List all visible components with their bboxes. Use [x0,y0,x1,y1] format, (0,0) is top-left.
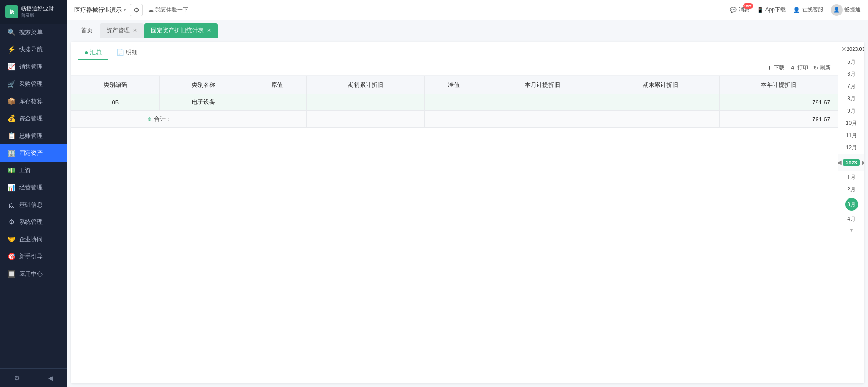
tab-home[interactable]: 首页 [74,23,99,38]
tab-depreciation[interactable]: 固定资产折旧统计表 ✕ [144,23,218,38]
month-item-8[interactable]: 8月 [838,93,864,105]
sidebar-item-inventory[interactable]: 📦 库存核算 [0,93,67,110]
user-label: 畅捷通 [844,6,861,14]
sub-tab-detail-label: 明细 [126,48,138,56]
sidebar-item-salary[interactable]: 💵 工资 [0,162,67,179]
sidebar-item-label: 快捷导航 [19,45,43,54]
download-button[interactable]: ⬇ 下载 [767,64,784,72]
total-month-depr [483,111,601,128]
toolbar: ⬇ 下载 🖨 打印 ↻ 刷新 [71,60,838,76]
sidebar-scroll: 🔍 搜索菜单 ⚡ 快捷导航 📈 销售管理 🛒 采购管理 📦 库存核算 💰 资金管… [0,24,67,368]
sidebar-settings-button[interactable]: ⚙ [12,372,22,383]
message-icon: 💬 [730,7,737,13]
service-icon: 👤 [793,7,800,13]
table-row: 05 电子设备 791.67 [71,94,838,111]
year-next-button[interactable]: ▶ [861,159,864,167]
table-wrap: 类别编码 类别名称 原值 期初累计折旧 净值 本月计提折旧 期末累计折旧 本年计… [71,76,838,383]
sidebar-item-basic[interactable]: 🗂 基础信息 [0,196,67,213]
year-row: ◀ 2023 ▶ [840,156,863,169]
col-header-begin-accum: 期初累计折旧 [306,76,424,94]
month-item-12[interactable]: 12月 [838,142,864,154]
sub-tab-summary[interactable]: ● 汇总 [78,45,108,60]
sidebar-item-finance[interactable]: 💰 资金管理 [0,110,67,127]
avatar: 👤 [831,4,843,16]
year-2023-label: ◀ 2023 ▶ [838,154,864,171]
sidebar-item-label: 总账管理 [19,132,43,140]
sidebar-item-system[interactable]: ⚙ 系统管理 [0,213,67,231]
try-experience-button[interactable]: ☁ 我要体验一下 [148,6,188,14]
sidebar-collapse-button[interactable]: ◀ [46,372,55,383]
company-selector[interactable]: 医疗器械行业演示 ▾ [74,6,126,14]
message-button[interactable]: 💬 消息 99+ [730,6,749,14]
sidebar-item-label: 企业协同 [19,235,43,243]
month-item-11[interactable]: 11月 [838,129,864,142]
month-item-down-arrow[interactable]: ▼ [838,225,864,235]
total-net [425,111,483,128]
sidebar-item-collab[interactable]: 🤝 企业协同 [0,231,67,248]
sidebar-item-ledger[interactable]: 📋 总账管理 [0,127,67,144]
ledger-icon: 📋 [7,132,15,140]
download-icon: 📱 [757,7,764,13]
sidebar-item-label: 基础信息 [19,201,43,209]
sidebar-item-fixedasset[interactable]: 🏢 固定资产 [0,144,67,162]
month-item-1[interactable]: 1月 [838,171,864,184]
settings-icon: ⚙ [134,6,139,14]
cell-year-depr: 791.67 [719,94,838,111]
app-download-button[interactable]: 📱 App下载 [757,6,786,14]
sidebar-item-apps[interactable]: 🔲 应用中心 [0,265,67,283]
print-button[interactable]: 🖨 打印 [790,64,808,72]
total-row: ⊕ 合计： 791.67 [71,111,838,128]
month-item-7[interactable]: 7月 [838,80,864,93]
refresh-label: 刷新 [820,64,831,72]
month-item-6[interactable]: 6月 [838,68,864,80]
user-menu-button[interactable]: 👤 畅捷通 [831,4,861,16]
content-area: ● 汇总 📄 明细 ⬇ 下载 🖨 打印 ↻ [71,42,864,383]
sidebar-item-quicknav[interactable]: ⚡ 快捷导航 [0,41,67,58]
sidebar-item-label: 应用中心 [19,270,43,278]
tab-depreciation-close-icon[interactable]: ✕ [207,27,211,34]
print-icon: 🖨 [790,65,795,71]
year-prev-button[interactable]: ◀ [838,159,842,167]
sidebar-item-label: 采购管理 [19,80,43,88]
basic-icon: 🗂 [7,201,15,209]
sidebar-item-label: 系统管理 [19,218,43,226]
search-icon: 🔍 [7,28,15,36]
download-toolbar-label: 下载 [774,64,784,72]
month-item-9[interactable]: 9月 [838,105,864,117]
right-date-panel: ✕ 2023.03 ⤢ 5月 6月 7月 8月 9月 10月 11月 12月 ◀… [838,42,864,383]
sales-icon: 📈 [7,63,15,71]
logo-icon: 畅 [5,5,18,18]
refresh-icon: ↻ [813,65,818,71]
customer-service-button[interactable]: 👤 在线客服 [793,6,823,14]
refresh-button[interactable]: ↻ 刷新 [813,64,831,72]
total-text: 合计： [154,115,172,122]
month-item-3-active[interactable]: 3月 [838,196,864,213]
depreciation-table: 类别编码 类别名称 原值 期初累计折旧 净值 本月计提折旧 期末累计折旧 本年计… [71,76,838,128]
cell-name: 电子设备 [159,94,248,111]
finance-icon: 💰 [7,114,15,123]
month-item-4[interactable]: 4月 [838,213,864,225]
right-panel-close-button[interactable]: ✕ [841,45,847,53]
col-header-net: 净值 [425,76,483,94]
year-2023-badge[interactable]: 2023 [843,159,859,166]
sidebar-item-newbie[interactable]: 🎯 新手引导 [0,248,67,265]
cell-end-accum [601,94,719,111]
cloud-icon: ☁ [148,7,154,13]
month-item-5[interactable]: 5月 [838,56,864,68]
total-year-depr: 791.67 [719,111,838,128]
month-item-2[interactable]: 2月 [838,184,864,196]
month-item-10[interactable]: 10月 [838,117,864,129]
cell-code: 05 [71,94,160,111]
month-list: 5月 6月 7月 8月 9月 10月 11月 12月 ◀ 2023 ▶ 1月 2… [838,56,864,382]
newbie-icon: 🎯 [7,253,15,261]
sub-tab-detail[interactable]: 📄 明细 [110,45,144,60]
tabs-bar: 首页 资产管理 ✕ 固定资产折旧统计表 ✕ [67,20,868,38]
topbar-settings-button[interactable]: ⚙ [130,4,143,16]
sidebar-item-label: 工资 [19,166,31,174]
sidebar-item-search[interactable]: 🔍 搜索菜单 [0,24,67,41]
tab-asset-mgmt-close-icon[interactable]: ✕ [133,27,137,34]
tab-asset-mgmt[interactable]: 资产管理 ✕ [100,23,144,38]
sidebar-item-purchase[interactable]: 🛒 采购管理 [0,75,67,93]
sidebar-item-business[interactable]: 📊 经营管理 [0,179,67,196]
sidebar-item-sales[interactable]: 📈 销售管理 [0,58,67,75]
